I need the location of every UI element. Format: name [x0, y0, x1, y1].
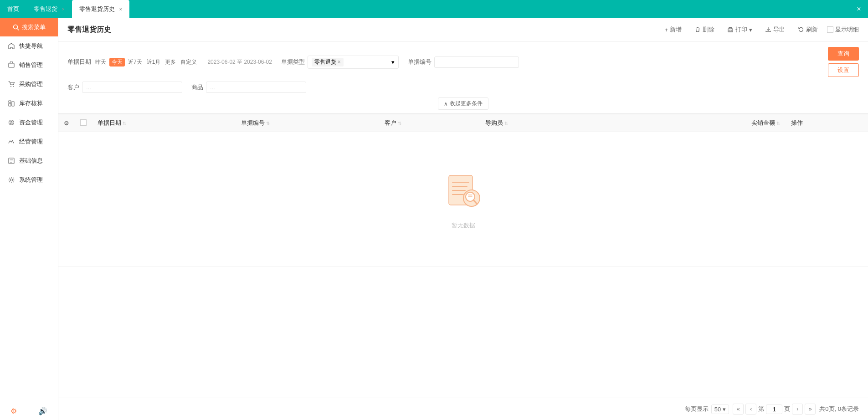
svg-rect-2 — [9, 63, 14, 67]
search-icon — [13, 24, 19, 31]
tab-bar: 首页 零售退货 × 零售退货历史 × — [0, 0, 850, 18]
number-sort-icon: ⇅ — [266, 121, 270, 126]
goods-label: 商品 — [191, 83, 203, 92]
date-btn-1month[interactable]: 近1月 — [145, 58, 162, 67]
tab-retail-return[interactable]: 零售退货 × — [26, 0, 72, 18]
audio-bottom-icon[interactable]: 🔊 — [38, 407, 47, 415]
tab-home[interactable]: 首页 — [0, 0, 26, 18]
empty-state: 暂无数据 — [58, 132, 868, 266]
sidebar-item-inventory[interactable]: 库存核算 — [0, 94, 58, 113]
show-detail-label: 显示明细 — [835, 26, 859, 34]
page-next-button[interactable]: › — [792, 404, 803, 415]
date-btn-today[interactable]: 今天 — [109, 58, 125, 67]
svg-rect-7 — [9, 101, 11, 102]
basic-info-icon — [7, 157, 15, 165]
th-amount-sort[interactable]: 实销金额 ⇅ — [647, 119, 780, 127]
date-btn-7days[interactable]: 近7天 — [127, 58, 144, 67]
sidebar-item-quick-nav-label: 快捷导航 — [19, 42, 43, 50]
sidebar-item-quick-nav[interactable]: 快捷导航 — [0, 36, 58, 56]
page-label: 第 — [758, 405, 764, 413]
page-first-button[interactable]: « — [733, 404, 744, 415]
settings-bottom-icon[interactable]: ⚙ — [10, 407, 17, 415]
type-select[interactable]: 零售退货 × ▾ — [308, 56, 399, 69]
page-last-button[interactable]: » — [805, 404, 816, 415]
collapse-button[interactable]: ∧ 收起更多条件 — [438, 97, 488, 110]
page-size-select[interactable]: 50 ▾ — [711, 405, 729, 414]
print-icon — [727, 26, 734, 33]
select-all-checkbox[interactable] — [80, 119, 87, 126]
type-select-dropdown-icon[interactable]: ▾ — [391, 59, 395, 66]
page-size-wrap: 每页显示 50 ▾ — [685, 405, 729, 414]
page-header: 零售退货历史 + 新增 删除 — [58, 18, 868, 41]
th-customer-sort[interactable]: 客户 ⇅ — [385, 119, 474, 127]
tab-retail-return-history-close[interactable]: × — [119, 7, 122, 12]
table-settings-icon[interactable]: ⚙ — [64, 120, 69, 127]
sidebar-item-basic-info-label: 基础信息 — [19, 157, 43, 165]
tab-retail-return-close[interactable]: × — [62, 7, 65, 12]
doc-num-input[interactable] — [434, 56, 519, 68]
print-dropdown-icon[interactable]: ▾ — [749, 26, 752, 33]
customer-select[interactable]: ... — [82, 82, 182, 93]
tab-retail-return-label: 零售退货 — [34, 5, 57, 13]
tab-retail-return-history[interactable]: 零售退货历史 × — [72, 0, 129, 18]
sidebar-item-system-mgmt[interactable]: 系统管理 — [0, 170, 58, 190]
system-icon — [7, 176, 15, 184]
filter-btns: 查询 设置 — [828, 47, 859, 77]
sidebar-item-finance[interactable]: 资金管理 — [0, 113, 58, 132]
sidebar: 搜索菜单 快捷导航 销售管理 采购管理 — [0, 18, 58, 420]
th-guide-sort[interactable]: 导购员 ⇅ — [485, 119, 596, 127]
empty-state-cell: 暂无数据 — [58, 132, 868, 266]
home-icon — [7, 42, 15, 50]
svg-line-1 — [17, 29, 19, 31]
date-btn-more[interactable]: 更多 — [164, 58, 177, 67]
th-action-label: 操作 — [791, 119, 803, 126]
export-button[interactable]: 导出 — [761, 24, 789, 36]
table-area: ⚙ 单据日期 ⇅ 单据编号 — [58, 114, 868, 398]
page-size-dropdown-icon: ▾ — [723, 406, 726, 413]
new-label: 新增 — [670, 26, 682, 34]
tab-home-label: 首页 — [7, 5, 19, 13]
goods-select[interactable]: ... — [206, 82, 306, 93]
th-settings: ⚙ — [58, 114, 75, 132]
sidebar-item-system-mgmt-label: 系统管理 — [19, 176, 43, 184]
print-button[interactable]: 打印 ▾ — [724, 24, 756, 36]
doc-num-label: 单据编号 — [408, 58, 431, 66]
page-size-label: 每页显示 — [685, 405, 709, 413]
customer-label: 客户 — [67, 83, 79, 92]
new-button[interactable]: + 新增 — [661, 24, 685, 36]
th-guide: 导购员 ⇅ — [480, 114, 602, 132]
date-range-text: 2023-06-02 至 2023-06-02 — [207, 58, 272, 66]
sidebar-item-basic-info[interactable]: 基础信息 — [0, 151, 58, 170]
sidebar-search[interactable]: 搜索菜单 — [0, 18, 58, 36]
svg-point-3 — [10, 86, 11, 87]
th-customer-label: 客户 — [385, 119, 396, 127]
new-icon: + — [664, 26, 668, 33]
content-area: 零售退货历史 + 新增 删除 — [58, 18, 868, 420]
sidebar-item-inventory-label: 库存核算 — [19, 99, 43, 108]
page-prev-button[interactable]: ‹ — [745, 404, 756, 415]
show-detail-checkbox[interactable] — [827, 26, 833, 33]
window-close-button[interactable]: × — [850, 0, 868, 18]
sidebar-nav: 快捷导航 销售管理 采购管理 库存核算 — [0, 36, 58, 402]
svg-point-10 — [10, 179, 13, 181]
date-btn-custom[interactable]: 自定义 — [179, 58, 198, 67]
sidebar-item-operation[interactable]: 经营管理 — [0, 132, 58, 151]
page-input[interactable] — [766, 405, 782, 414]
th-number-sort[interactable]: 单据编号 ⇅ — [241, 119, 374, 127]
sidebar-item-purchase-mgmt[interactable]: 采购管理 — [0, 75, 58, 94]
th-date-sort[interactable]: 单据日期 ⇅ — [98, 119, 230, 127]
refresh-button[interactable]: 刷新 — [794, 24, 822, 36]
th-action: 操作 — [786, 114, 868, 132]
empty-text: 暂无数据 — [452, 221, 475, 230]
type-tag-remove[interactable]: × — [338, 59, 341, 65]
setting-button[interactable]: 设置 — [828, 63, 859, 77]
pagination: 每页显示 50 ▾ « ‹ 第 页 › » 共0页, 0条记录 — [58, 398, 868, 420]
th-number-label: 单据编号 — [241, 119, 265, 127]
sidebar-item-sales-mgmt[interactable]: 销售管理 — [0, 56, 58, 75]
date-btn-yesterday[interactable]: 昨天 — [94, 58, 108, 67]
filter-doc-num: 单据编号 — [408, 56, 519, 68]
delete-button[interactable]: 删除 — [691, 24, 718, 36]
filter-area: 单据日期 昨天 今天 近7天 近1月 更多 自定义 2023-06-02 至 2… — [58, 41, 868, 114]
sidebar-search-label: 搜索菜单 — [22, 23, 46, 31]
query-button[interactable]: 查询 — [828, 47, 859, 61]
